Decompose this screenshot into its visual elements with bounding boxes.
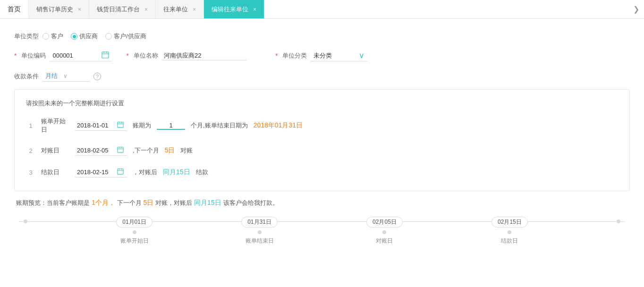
settings-section: 请按照未来的一个完整帐期进行设置 1 账单开始日 账期为 个月,账单结束日期为 [14, 89, 630, 191]
unit-name-group: * 单位名称 [126, 51, 246, 60]
payment-desc-before: ，对账后 [133, 168, 157, 177]
billing-start-calendar-icon[interactable] [117, 121, 124, 129]
timeline-label-2: 账单结束日 [246, 237, 274, 245]
radio-both[interactable]: 客户/供应商 [105, 32, 146, 41]
right-end-dot [617, 219, 620, 223]
tab-sales-history-close[interactable]: × [78, 6, 81, 13]
timeline-outer: 01月01日 账单开始日 01月31日 账单结束日 02月05日 对账日 02月… [14, 217, 630, 245]
radio-customer-label: 客户 [51, 32, 63, 41]
radio-supplier[interactable]: 供应商 [71, 32, 98, 41]
unit-name-input-wrap [162, 51, 247, 60]
billing-start-label: 账单开始日 [41, 117, 69, 134]
reconcile-desc-after: 对账 [180, 146, 193, 155]
reconcile-calendar-icon[interactable] [117, 146, 124, 154]
unit-code-star: * [14, 52, 17, 59]
reconcile-label: 对账日 [41, 146, 69, 155]
payment-desc-after: 结款 [196, 168, 208, 177]
tab-bar-expand[interactable]: ❯ [633, 0, 644, 18]
period-unit: 个月,账单结束日期为 [191, 121, 248, 130]
timeline-dot-3 [382, 230, 386, 234]
timeline-label-4: 结款日 [501, 237, 518, 245]
timeline-dot-4 [508, 230, 511, 234]
tab-partner-unit-label: 往来单位 [163, 5, 188, 14]
tab-partner-unit-close[interactable]: × [193, 6, 196, 13]
billing-start-date-input[interactable] [77, 122, 117, 129]
unit-name-label: 单位名称 [134, 51, 158, 60]
timeline-point-1: 01月01日 账单开始日 [116, 217, 153, 245]
unit-category-select[interactable]: 未分类 ∨ [311, 50, 367, 61]
timeline-points: 01月01日 账单开始日 01月31日 账单结束日 02月05日 对账日 02月… [19, 217, 625, 245]
unit-name-input[interactable] [162, 51, 242, 60]
row-num-2: 2 [26, 147, 35, 154]
radio-customer-circle [42, 33, 49, 40]
row-num-1: 1 [26, 122, 35, 129]
reconcile-highlight: 5日 [165, 146, 175, 155]
preview-highlight1: 1个月， [92, 199, 115, 206]
chevron-right-icon: ❯ [633, 5, 639, 14]
unit-category-label: 单位分类 [282, 51, 307, 60]
unit-name-star: * [126, 52, 128, 59]
payment-terms-help-icon[interactable]: ? [93, 73, 101, 80]
timeline-date-4: 02月15日 [491, 217, 528, 228]
tab-sales-history[interactable]: 销售订单历史 × [29, 0, 89, 18]
preview-middle2: 对账，对账后 [155, 199, 192, 206]
payment-label: 结款日 [41, 168, 69, 177]
timeline-point-3: 02月05日 对账日 [366, 217, 403, 245]
unit-category-arrow-icon: ∨ [359, 51, 364, 60]
payment-highlight: 同月15日 [163, 168, 190, 177]
preview-highlight2: 5日 [143, 199, 153, 206]
tab-cash-ledger-label: 钱货日清工作台 [97, 5, 140, 14]
timeline-label-3: 对账日 [376, 237, 393, 245]
reconcile-date-input[interactable] [77, 147, 117, 154]
tab-edit-partner[interactable]: 编辑往来单位 × [204, 0, 264, 18]
period-value-input[interactable] [157, 122, 185, 130]
tab-partner-unit[interactable]: 往来单位 × [156, 0, 204, 18]
unit-code-group: * 单位编码 [14, 50, 112, 61]
unit-type-radio-group: 客户 供应商 客户/供应商 [42, 32, 146, 41]
period-label: 账期为 [133, 121, 151, 130]
payment-terms-label: 收款条件 [14, 72, 39, 81]
main-content: 单位类型 客户 供应商 客户/供应商 * 单位编码 [0, 19, 644, 287]
timeline-date-3: 02月05日 [366, 217, 403, 228]
tab-cash-ledger[interactable]: 钱货日清工作台 × [89, 0, 156, 18]
payment-date-input[interactable] [77, 169, 117, 176]
svg-rect-4 [118, 122, 123, 127]
payment-row: 3 结款日 ，对账后 同月15日 结款 [26, 167, 618, 177]
tab-home-label: 首页 [8, 5, 21, 14]
svg-rect-12 [118, 169, 123, 174]
preview-prefix: 账期预览：当前客户账期是 [16, 199, 90, 206]
left-end-dot [24, 219, 27, 223]
timeline-label-1: 账单开始日 [120, 237, 149, 245]
radio-supplier-circle [71, 33, 77, 40]
tab-edit-partner-label: 编辑往来单位 [212, 5, 248, 14]
unit-code-input[interactable] [52, 52, 100, 59]
unit-type-label: 单位类型 [14, 32, 39, 41]
payment-calendar-icon[interactable] [117, 168, 124, 176]
tab-cash-ledger-close[interactable]: × [144, 6, 148, 13]
preview-container: 账期预览：当前客户账期是 1个月， 下一个月 5日 对账，对账后 同月15日 该… [14, 199, 630, 207]
tab-home[interactable]: 首页 [0, 0, 29, 18]
tab-bar: 首页 销售订单历史 × 钱货日清工作台 × 往来单位 × 编辑往来单位 × ❯ [0, 0, 644, 19]
row-num-3: 3 [26, 169, 35, 176]
reconcile-row: 2 对账日 ,下一个月 5日 对账 [26, 145, 618, 156]
timeline-date-2: 01月31日 [241, 217, 278, 228]
payment-terms-row: 收款条件 月结 ∨ ? [14, 71, 630, 82]
radio-customer[interactable]: 客户 [42, 32, 63, 41]
reconcile-desc-before: ,下一个月 [133, 146, 159, 155]
tab-edit-partner-close[interactable]: × [253, 6, 256, 13]
billing-start-date-wrap [75, 120, 127, 131]
unit-code-input-wrap [50, 50, 112, 61]
timeline-right-end [617, 217, 620, 223]
billing-start-row: 1 账单开始日 账期为 个月,账单结束日期为 2018年01月31日 [26, 117, 618, 134]
reconcile-date-wrap [75, 145, 127, 156]
radio-supplier-label: 供应商 [79, 32, 98, 41]
preview-suffix: 该客户会给我打款。 [223, 199, 279, 206]
unit-type-row: 单位类型 客户 供应商 客户/供应商 [14, 32, 630, 41]
timeline-date-1: 01月01日 [116, 217, 153, 228]
radio-both-label: 客户/供应商 [114, 32, 146, 41]
payment-terms-arrow-icon: ∨ [63, 73, 68, 79]
payment-terms-select[interactable]: 月结 ∨ [42, 71, 90, 82]
timeline-dot-1 [133, 230, 136, 234]
unit-category-star: * [275, 52, 278, 59]
unit-code-picker-icon[interactable] [102, 51, 109, 60]
